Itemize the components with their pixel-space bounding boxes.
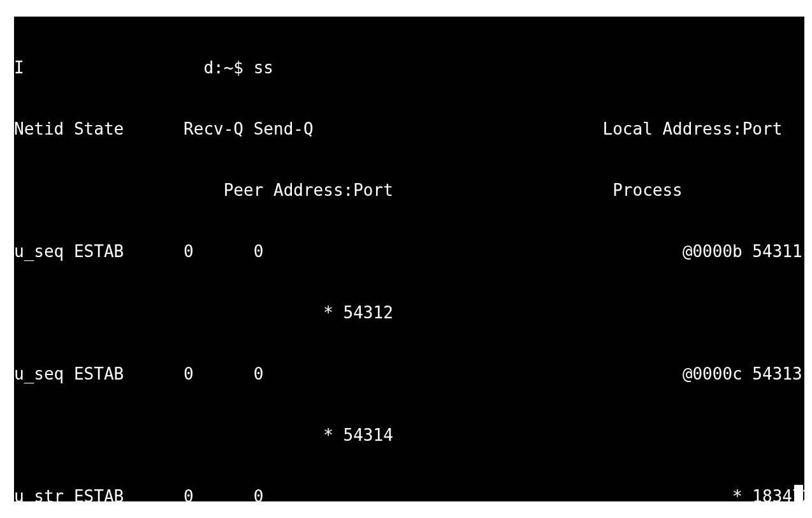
terminal-line: u_seq ESTAB 0 0 @0000b 54311	[14, 241, 804, 262]
terminal-line: Netid State Recv-Q Send-Q Local Address:…	[14, 119, 804, 139]
terminal-line: * 54314	[14, 425, 804, 445]
terminal-line: u_str ESTAB 0 0 * 183472	[14, 486, 804, 501]
terminal-window[interactable]: I d:~$ ss Netid State Recv-Q Send-Q Loca…	[14, 17, 804, 501]
terminal-line: Peer Address:Port Process	[14, 180, 804, 200]
terminal-line: * 54312	[14, 302, 804, 323]
terminal-line: I d:~$ ss	[14, 57, 804, 78]
terminal-cursor	[794, 485, 803, 501]
terminal-line: u_seq ESTAB 0 0 @0000c 54313	[14, 364, 804, 384]
